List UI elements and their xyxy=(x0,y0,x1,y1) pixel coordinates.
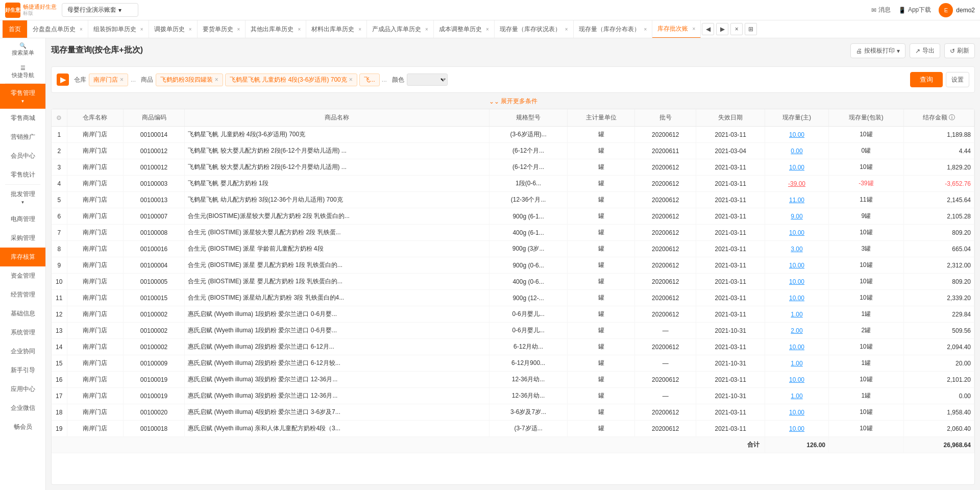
user-area[interactable]: E demo2 xyxy=(939,3,975,17)
tab-close-icon[interactable]: × xyxy=(80,27,83,32)
app-download-button[interactable]: 📱 App下载 xyxy=(898,6,931,14)
cell-batch: 20200612 xyxy=(635,339,696,355)
tab-close-icon[interactable]: × xyxy=(237,27,240,32)
cell-qty-main[interactable]: 10.00 xyxy=(765,290,829,306)
sidebar-item-member[interactable]: 会员中心 xyxy=(0,146,45,165)
filter-color-select[interactable] xyxy=(407,74,448,86)
tab-close-icon[interactable]: × xyxy=(140,27,143,32)
cell-qty-main[interactable]: 9.00 xyxy=(765,208,829,225)
filter-warehouse-more[interactable]: ... xyxy=(131,76,136,83)
cell-warehouse: 南岸门店 xyxy=(67,404,123,421)
cell-spec: 900g (12-... xyxy=(489,290,568,306)
sidebar-item-shop[interactable]: 零售商城 xyxy=(0,109,45,128)
cell-qty-main[interactable]: 3.00 xyxy=(765,241,829,257)
cell-code: 00100020 xyxy=(123,404,184,421)
cell-spec: (12-36个月... xyxy=(489,192,568,208)
filter-product-tag-more[interactable]: 飞... xyxy=(359,74,380,86)
cell-qty-main[interactable]: 10.00 xyxy=(765,404,829,421)
cell-qty-main[interactable]: 1.00 xyxy=(765,306,829,323)
tab-zuhe[interactable]: 组装拆卸单历史 × xyxy=(88,20,149,38)
tab-close-icon[interactable]: × xyxy=(644,27,647,32)
tab-close-all-button[interactable]: × xyxy=(730,23,743,35)
tab-home[interactable]: 首页 xyxy=(3,20,28,38)
tab-cost-adj[interactable]: 成本调整单历史 × xyxy=(434,20,495,38)
sidebar-search[interactable]: 🔍 搜索菜单 xyxy=(0,38,45,61)
tab-close-icon[interactable]: × xyxy=(358,27,361,32)
tab-close-icon[interactable]: × xyxy=(565,27,568,32)
query-button[interactable]: 查询 xyxy=(910,72,943,87)
tab-menu-button[interactable]: ⊞ xyxy=(745,23,757,35)
cell-qty-main[interactable]: 11.00 xyxy=(765,192,829,208)
filter-tag-close-icon[interactable]: × xyxy=(349,76,353,83)
cell-no: 10 xyxy=(52,274,67,290)
cell-qty-main[interactable]: 10.00 xyxy=(765,225,829,241)
tab-close-icon[interactable]: × xyxy=(692,26,695,32)
cell-qty-main[interactable]: 1.00 xyxy=(765,355,829,372)
sidebar-item-finance[interactable]: 资金管理 xyxy=(0,266,45,285)
tab-inventory-status[interactable]: 现存量（库存状况表） × xyxy=(495,20,574,38)
print-button[interactable]: 🖨 按模板打印 ▾ xyxy=(850,43,905,58)
sidebar-item-enterprise[interactable]: 企业协同 xyxy=(0,342,45,361)
sidebar-item-member2[interactable]: 畅会员 xyxy=(0,418,45,436)
sidebar-item-appstore[interactable]: 应用中心 xyxy=(0,380,45,399)
cell-qty-main[interactable]: 10.00 xyxy=(765,274,829,290)
setting-button[interactable]: 设置 xyxy=(946,72,969,87)
sidebar-item-operation[interactable]: 经营管理 xyxy=(0,285,45,304)
tab-next-button[interactable]: ▶ xyxy=(716,23,728,35)
message-button[interactable]: ✉ 消息 xyxy=(871,6,891,14)
sidebar-item-wechat[interactable]: 企业微信 xyxy=(0,399,45,418)
export-button[interactable]: ↗ 导出 xyxy=(910,43,940,58)
cell-spec: 1段(0-6... xyxy=(489,176,568,192)
tab-close-icon[interactable]: × xyxy=(189,27,192,32)
tab-inventory-dist[interactable]: 现存量（库存分布表） × xyxy=(574,20,653,38)
settings-icon[interactable]: ⚙ xyxy=(56,114,62,121)
col-settings[interactable]: ⚙ xyxy=(52,109,67,127)
cell-qty-main[interactable]: 10.00 xyxy=(765,372,829,388)
sidebar-nav[interactable]: ☰ 快捷导航 xyxy=(0,61,45,83)
cell-spec: 400g (0-6... xyxy=(489,274,568,290)
cell-qty-main[interactable]: 10.00 xyxy=(765,421,829,437)
sidebar-item-purchase[interactable]: 采购管理 xyxy=(0,229,45,248)
tab-fenpan[interactable]: 分盘盘点单历史 × xyxy=(28,20,88,38)
cell-qty-main[interactable]: 10.00 xyxy=(765,127,829,143)
tab-yaoh[interactable]: 要货单历史 × xyxy=(198,20,246,38)
cell-qty-main[interactable]: 10.00 xyxy=(765,257,829,274)
cell-expire: 2021-10-31 xyxy=(696,323,765,339)
filter-tag-close-icon[interactable]: × xyxy=(215,76,218,83)
cell-qty-main[interactable]: 0.00 xyxy=(765,143,829,159)
tab-diaob[interactable]: 调拨单历史 × xyxy=(149,20,198,38)
expand-more-button[interactable]: ⌄⌄ 展开更多条件 xyxy=(489,97,537,106)
sidebar-item-inventory[interactable]: 库存核算 xyxy=(0,248,45,266)
cell-qty-main[interactable]: -39.00 xyxy=(765,176,829,192)
sidebar-item-marketing[interactable]: 营销推广 xyxy=(0,128,45,146)
filter-product-tag-1[interactable]: 飞鹤奶粉3段四罐装 × xyxy=(156,74,223,86)
sidebar-item-basic[interactable]: 基础信息 xyxy=(0,304,45,323)
cell-qty-main[interactable]: 10.00 xyxy=(765,159,829,176)
cell-qty-main[interactable]: 10.00 xyxy=(765,339,829,355)
sidebar-item-ecommerce[interactable]: 电商管理 xyxy=(0,210,45,229)
tab-close-icon[interactable]: × xyxy=(298,27,301,32)
sidebar-item-wholesale[interactable]: 批发管理 ▼ xyxy=(0,185,45,210)
cell-qty-main[interactable]: 1.00 xyxy=(765,388,829,404)
filter-product-tag-2[interactable]: 飞鹤星飞帆 儿童奶粉 4段(3-6岁适用) 700克 × xyxy=(225,74,357,86)
tab-material-out[interactable]: 材料出库单历史 × xyxy=(306,20,367,38)
sidebar-item-guide[interactable]: 新手引导 xyxy=(0,361,45,380)
filter-expand-button[interactable]: ▶ xyxy=(57,74,69,86)
sidebar-item-system[interactable]: 系统管理 xyxy=(0,323,45,342)
tab-close-icon[interactable]: × xyxy=(425,27,428,32)
sidebar-item-retail[interactable]: 零售管理 ▼ xyxy=(0,84,45,109)
filter-product-more-icon[interactable]: ... xyxy=(382,76,387,83)
sidebar-item-retail-stats[interactable]: 零售统计 xyxy=(0,165,45,184)
cell-name: 惠氏启赋 (Wyeth illuma) 2段奶粉 爱尔兰进口 6-12月较... xyxy=(185,355,489,372)
tab-close-icon[interactable]: × xyxy=(486,27,489,32)
tab-other-out[interactable]: 其他出库单历史 × xyxy=(246,20,306,38)
cell-code: 00100012 xyxy=(123,143,184,159)
cell-qty-main[interactable]: 2.00 xyxy=(765,323,829,339)
industry-selector[interactable]: 母婴行业演示账套 ▾ xyxy=(62,3,138,17)
refresh-button[interactable]: ↺ 刷新 xyxy=(944,43,975,58)
tab-prev-button[interactable]: ◀ xyxy=(702,23,714,35)
tab-product-in[interactable]: 产成品入库单历史 × xyxy=(367,20,434,38)
tab-inventory-batch[interactable]: 库存批次账 × xyxy=(652,20,701,38)
filter-warehouse-tag[interactable]: 南岸门店 × xyxy=(89,74,128,86)
filter-warehouse-close-icon[interactable]: × xyxy=(120,76,124,83)
